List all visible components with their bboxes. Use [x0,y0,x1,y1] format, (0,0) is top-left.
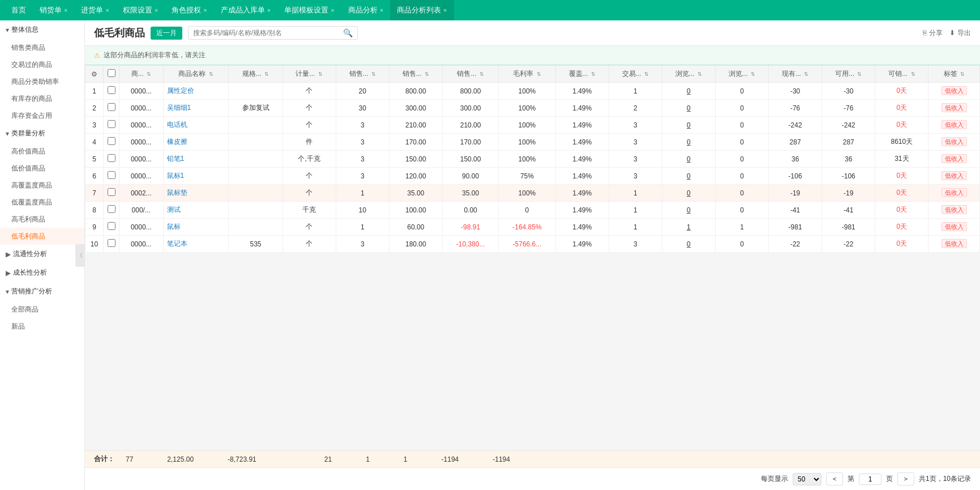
row-browse1[interactable]: 0 [662,236,715,253]
row-name[interactable]: 笔记本 [163,236,229,253]
sidebar-item-low-margin[interactable]: 低毛利商品 [0,228,84,245]
sidebar-item-sales-goods[interactable]: 销售类商品 [0,39,84,56]
col-checkbox[interactable] [104,66,119,83]
prev-page-btn[interactable]: ＜ [826,472,843,485]
nav-close-sales[interactable]: × [64,7,67,14]
table-row: 5 0000... 铅笔1 个,千克 3 150.00 150.00 100% … [85,151,980,168]
sidebar-item-low-value[interactable]: 低价值商品 [0,160,84,177]
col-current[interactable]: 现有... ⇅ [769,66,822,83]
row-browse1[interactable]: 0 [662,185,715,202]
nav-close-permission[interactable]: × [155,7,158,14]
nav-sales[interactable]: 销货单 × [33,0,74,20]
nav-purchase[interactable]: 进货单 × [74,0,115,20]
row-checkbox[interactable] [104,151,119,168]
row-checkbox[interactable] [104,168,119,185]
sidebar-item-high-coverage[interactable]: 高覆盖度商品 [0,177,84,194]
col-unit[interactable]: 计量... ⇅ [283,66,336,83]
row-spec [229,151,283,168]
nav-goods-analysis[interactable]: 商品分析 × [341,0,390,20]
col-trade[interactable]: 交易... ⇅ [609,66,662,83]
search-input[interactable] [193,27,343,39]
row-checkbox[interactable] [104,117,119,134]
row-name[interactable]: 橡皮擦 [163,134,229,151]
col-margin[interactable]: 毛利率 ⇅ [499,66,555,83]
row-browse1[interactable]: 0 [662,168,715,185]
sidebar-item-stock-capital[interactable]: 库存资金占用 [0,107,84,124]
select-all-checkbox[interactable] [108,69,115,77]
row-checkbox[interactable] [104,185,119,202]
row-checkbox[interactable] [104,202,119,219]
row-checkbox[interactable] [104,134,119,151]
sidebar-collapse-btn[interactable]: 《 [75,244,84,267]
sidebar-item-high-margin[interactable]: 高毛利商品 [0,211,84,228]
sidebar-group-marketing[interactable]: ▾ 营销推广分析 [0,282,84,301]
nav-close-goods-analysis[interactable]: × [380,7,383,14]
col-available[interactable]: 可用... ⇅ [822,66,875,83]
sidebar-item-stock-goods[interactable]: 有库存的商品 [0,90,84,107]
share-btn[interactable]: ⎘ 分享 [923,28,943,38]
row-browse1[interactable]: 0 [662,100,715,117]
nav-close-product-entry[interactable]: × [267,7,271,14]
sidebar-item-low-coverage[interactable]: 低覆盖度商品 [0,194,84,211]
nav-role[interactable]: 角色授权 × [165,0,213,20]
sidebar-group-cluster[interactable]: ▾ 类群量分析 [0,124,84,143]
sidebar-item-all-goods[interactable]: 全部商品 [0,301,84,318]
nav-close-template[interactable]: × [331,7,334,14]
row-checkbox[interactable] [104,236,119,253]
filter-period-btn[interactable]: 近一月 [151,27,182,40]
nav-permission[interactable]: 权限设置 × [116,0,165,20]
col-browse2[interactable]: 浏览... ⇅ [715,66,768,83]
page-number-input[interactable] [859,474,881,485]
row-browse1[interactable]: 0 [662,202,715,219]
sidebar-group-overview[interactable]: ▾ 整体信息 [0,20,84,39]
row-name[interactable]: 电话机 [163,117,229,134]
col-tag[interactable]: 标签 ⇅ [928,66,980,83]
search-icon[interactable]: 🔍 [343,28,353,37]
row-name[interactable]: 鼠标1 [163,168,229,185]
col-amount[interactable]: 销售... ⇅ [442,66,498,83]
sidebar-item-category-rate[interactable]: 商品分类助销率 [0,73,84,90]
nav-close-purchase[interactable]: × [105,7,109,14]
nav-product-entry[interactable]: 产成品入库单 × [214,0,277,20]
col-spec[interactable]: 规格... ⇅ [229,66,283,83]
sidebar-item-new-goods[interactable]: 新品 [0,318,84,335]
sidebar-group-flow[interactable]: ▶ 流通性分析 [0,245,84,263]
sidebar-item-traded-goods[interactable]: 交易过的商品 [0,56,84,73]
row-browse1[interactable]: 0 [662,83,715,100]
row-name[interactable]: 鼠标垫 [163,185,229,202]
row-name[interactable]: 铅笔1 [163,151,229,168]
row-name[interactable]: 吴细细1 [163,100,229,117]
sidebar-item-high-value[interactable]: 高价值商品 [0,143,84,160]
nav-home[interactable]: 首页 [5,0,33,20]
nav-close-goods-analysis-list[interactable]: × [443,7,447,14]
row-browse1[interactable]: 0 [662,151,715,168]
row-checkbox[interactable] [104,219,119,236]
col-browse1[interactable]: 浏览... ⇅ [662,66,715,83]
col-coverage[interactable]: 覆盖... ⇅ [555,66,609,83]
row-browse1[interactable]: 0 [662,134,715,151]
row-coverage: 1.49% [555,83,609,100]
nav-goods-analysis-list[interactable]: 商品分析列表 × [390,0,453,20]
search-box[interactable]: 🔍 [188,26,358,40]
nav-template[interactable]: 单据模板设置 × [277,0,341,20]
row-browse1[interactable]: 0 [662,117,715,134]
row-name[interactable]: 鼠标 [163,219,229,236]
row-checkbox[interactable] [104,83,119,100]
settings-icon[interactable]: ⚙ [91,70,97,78]
sidebar-group-growth[interactable]: ▶ 成长性分析 [0,263,84,282]
col-code[interactable]: 商... ⇅ [119,66,164,83]
col-name[interactable]: 商品名称 ⇅ [163,66,229,83]
row-name[interactable]: 属性定价 [163,83,229,100]
page-size-select[interactable]: 50 100 200 [793,473,821,485]
col-qty[interactable]: 销售... ⇅ [336,66,389,83]
col-settings[interactable]: ⚙ [85,66,104,83]
export-btn[interactable]: ⬇ 导出 [949,28,971,38]
nav-close-role[interactable]: × [203,7,207,14]
row-browse1[interactable]: 1 [662,219,715,236]
row-checkbox[interactable] [104,100,119,117]
row-name[interactable]: 测试 [163,202,229,219]
col-price[interactable]: 销售... ⇅ [389,66,442,83]
next-page-btn[interactable]: ＞ [897,472,914,485]
col-saleable[interactable]: 可销... ⇅ [875,66,928,83]
row-available: -30 [822,83,875,100]
